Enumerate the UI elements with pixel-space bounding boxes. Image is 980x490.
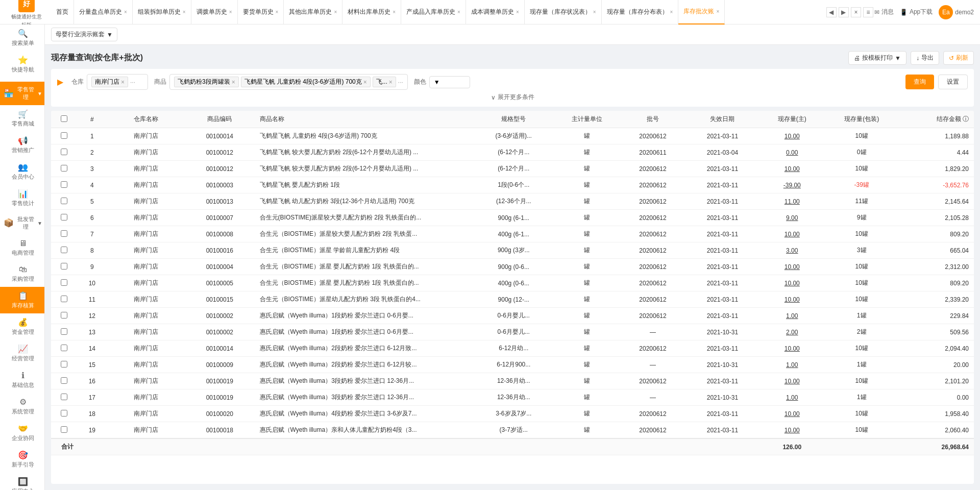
tab-3[interactable]: 要货单历史 ×	[238, 0, 284, 24]
logo-text: 畅捷通好生意	[11, 13, 42, 20]
sidebar-item-marketing[interactable]: 📢 营销推广	[0, 132, 44, 158]
sidebar-item-business[interactable]: 📈 经营管理	[0, 340, 44, 366]
table-scroll[interactable]: # 仓库名称 商品编码 商品名称 规格型号 主计量单位 批号 失效日期 现存量(…	[51, 111, 974, 484]
warehouse-tag-remove[interactable]: ×	[121, 79, 125, 86]
sidebar-item-members[interactable]: 👥 会员中心	[0, 158, 44, 185]
product-more[interactable]: ···	[398, 79, 403, 86]
search-button[interactable]: 查询	[905, 75, 934, 89]
cell-checkbox[interactable]	[51, 373, 77, 389]
sidebar-item-search[interactable]: 🔍 搜索菜单	[0, 24, 44, 51]
cell-checkbox[interactable]	[51, 210, 77, 226]
cell-checkbox[interactable]	[51, 291, 77, 308]
tab-1[interactable]: 组装拆卸单历史 ×	[133, 0, 191, 24]
sidebar-item-collab[interactable]: 🤝 企业协同	[0, 420, 44, 446]
warehouse-more[interactable]: ···	[130, 79, 135, 86]
sidebar-item-apps[interactable]: 🔲 应用中心	[0, 473, 44, 490]
user-menu[interactable]: Ea demo2	[939, 5, 974, 19]
tab-8[interactable]: 现存量（库存状况表） ×	[525, 0, 602, 24]
sidebar-item-wholesale[interactable]: 📦 批发管理 ▼	[0, 211, 44, 235]
tab-0-close[interactable]: ×	[124, 9, 127, 15]
expand-conditions-btn[interactable]: ∨ 展开更多条件	[57, 93, 968, 102]
tab-0[interactable]: 分量盘点单历史 ×	[74, 0, 133, 24]
export-button[interactable]: ↓ 导出	[911, 51, 939, 65]
message-btn[interactable]: ✉ 消息	[874, 8, 894, 16]
cell-warehouse: 南岸门店	[108, 128, 185, 144]
cell-pkg: 10罐	[827, 373, 896, 389]
sidebar-item-retail-shop[interactable]: 🛒 零售商城	[0, 105, 44, 132]
sidebar-item-retail-mgmt[interactable]: 🏪 零售管理 ▼	[0, 82, 44, 105]
cell-checkbox[interactable]	[51, 340, 77, 357]
cell-checkbox[interactable]	[51, 406, 77, 422]
sidebar-item-inventory[interactable]: 📋 库存核算	[0, 287, 44, 313]
tab-2-close[interactable]: ×	[229, 9, 232, 15]
product-input[interactable]: 飞鹤奶粉3段两罐装 × 飞鹤星飞帆 儿童奶粉 4段(3-6岁适用) 700克 ×…	[169, 74, 408, 90]
cell-pkg: 10罐	[827, 161, 896, 177]
page-header: 现存量查询(按仓库+批次) 🖨 按模板打印 ▼ ↓ 导出 ↺ 刷新	[51, 51, 974, 65]
cell-warehouse: 南岸门店	[108, 144, 185, 161]
nav-prev[interactable]: ◀	[826, 7, 837, 17]
sidebar-item-nav[interactable]: ⭐ 快捷导航	[0, 51, 44, 78]
sidebar-item-retail-stats[interactable]: 📊 零售统计	[0, 185, 44, 211]
product-tag-0-remove[interactable]: ×	[232, 79, 235, 86]
tab-8-close[interactable]: ×	[593, 9, 596, 15]
tab-10[interactable]: 库存批次账 ×	[678, 0, 725, 24]
cell-code: 00100004	[185, 259, 254, 275]
cell-checkbox[interactable]	[51, 193, 77, 210]
th-checkbox[interactable]	[51, 111, 77, 128]
cell-checkbox[interactable]	[51, 357, 77, 373]
select-all-checkbox[interactable]	[61, 115, 67, 122]
tab-4[interactable]: 其他出库单历史 ×	[284, 0, 342, 24]
cell-checkbox[interactable]	[51, 389, 77, 406]
nav-close[interactable]: ×	[851, 7, 861, 17]
cell-batch: 20200612	[618, 210, 688, 226]
cell-checkbox[interactable]	[51, 161, 77, 177]
tab-9-close[interactable]: ×	[670, 9, 673, 15]
tab-1-close[interactable]: ×	[183, 9, 186, 15]
product-tag-1-remove[interactable]: ×	[363, 79, 367, 86]
sidebar-item-guide[interactable]: 🎯 新手引导	[0, 446, 44, 473]
download-btn[interactable]: 📱 App下载	[900, 8, 933, 16]
cell-checkbox[interactable]	[51, 128, 77, 144]
tab-5-close[interactable]: ×	[393, 9, 396, 15]
filter-expand-arrow[interactable]: ▶	[57, 77, 63, 87]
sidebar-item-purchase[interactable]: 🛍 采购管理	[0, 261, 44, 287]
tab-home[interactable]: 首页	[51, 0, 74, 24]
tab-10-close[interactable]: ×	[716, 9, 719, 14]
nav-menu[interactable]: ≡	[863, 7, 873, 17]
cell-expire: 2021-10-31	[688, 324, 757, 340]
sidebar-item-system[interactable]: ⚙ 系统管理	[0, 393, 44, 420]
sidebar-item-finance[interactable]: 💰 资金管理	[0, 313, 44, 340]
tab-7-close[interactable]: ×	[516, 9, 519, 15]
cell-checkbox[interactable]	[51, 259, 77, 275]
tab-3-close[interactable]: ×	[276, 9, 279, 15]
refresh-button[interactable]: ↺ 刷新	[943, 51, 974, 65]
cell-expire: 2021-03-11	[688, 259, 757, 275]
tab-5[interactable]: 材料出库单历史 ×	[342, 0, 401, 24]
sidebar: 🔍 搜索菜单 ⭐ 快捷导航 🏪 零售管理 ▼ 🛒 零售商城 📢 营销推广 👥 会…	[0, 24, 45, 490]
tab-9[interactable]: 现存量（库存分布表） ×	[602, 0, 679, 24]
tab-6[interactable]: 产成品入库单历史 ×	[401, 0, 466, 24]
cell-checkbox[interactable]	[51, 324, 77, 340]
template-print-button[interactable]: 🖨 按模板打印 ▼	[848, 51, 906, 65]
color-input[interactable]: ▼	[429, 76, 470, 88]
cell-checkbox[interactable]	[51, 275, 77, 291]
cell-code: 00100019	[185, 389, 254, 406]
sidebar-item-ecommerce[interactable]: 🖥 电商管理	[0, 235, 44, 261]
cell-checkbox[interactable]	[51, 242, 77, 259]
cell-batch: 20200612	[618, 242, 688, 259]
cell-checkbox[interactable]	[51, 308, 77, 324]
tab-2[interactable]: 调拨单历史 ×	[191, 0, 238, 24]
tab-6-close[interactable]: ×	[457, 9, 460, 15]
nav-next[interactable]: ▶	[839, 7, 849, 17]
cell-checkbox[interactable]	[51, 422, 77, 439]
product-tag-2-remove[interactable]: ×	[389, 79, 393, 86]
tab-4-close[interactable]: ×	[334, 9, 337, 15]
cell-checkbox[interactable]	[51, 226, 77, 242]
cell-checkbox[interactable]	[51, 177, 77, 193]
sidebar-item-basic-info[interactable]: ℹ 基础信息	[0, 366, 44, 393]
warehouse-selector[interactable]: 母婴行业演示账套 ▼	[51, 28, 117, 41]
cell-checkbox[interactable]	[51, 144, 77, 161]
settings-button[interactable]: 设置	[938, 75, 968, 89]
warehouse-input[interactable]: 南岸门店 × ···	[87, 74, 148, 90]
tab-7[interactable]: 成本调整单历史 ×	[466, 0, 525, 24]
